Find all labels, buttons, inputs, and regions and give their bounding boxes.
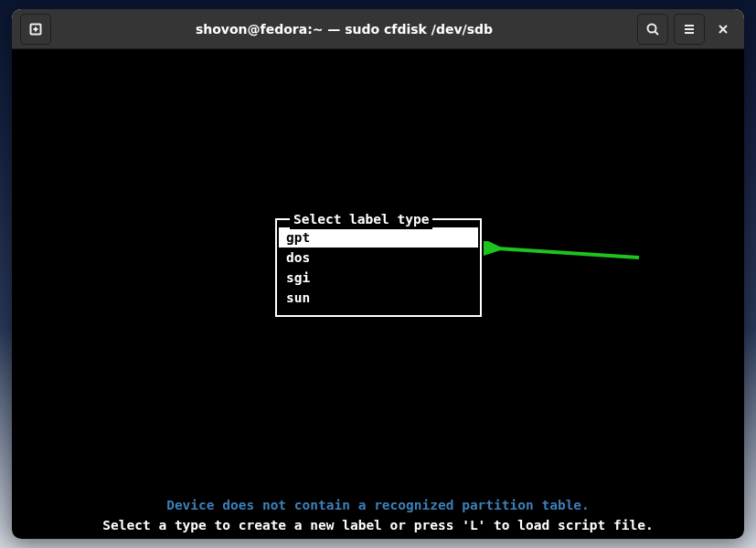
search-button[interactable] — [637, 14, 668, 45]
new-tab-button[interactable] — [20, 14, 51, 45]
terminal-window: shovon@fedora:~ — sudo cfdisk /dev/sdb S… — [12, 9, 744, 539]
svg-point-3 — [648, 24, 656, 32]
svg-line-11 — [497, 248, 639, 258]
titlebar: shovon@fedora:~ — sudo cfdisk /dev/sdb — [12, 9, 744, 49]
new-tab-icon — [28, 22, 43, 37]
dialog-title: Select label type — [290, 209, 432, 229]
label-type-dialog: Select label type gpt dos sgi sun — [275, 218, 482, 317]
close-icon — [716, 22, 730, 37]
status-message-hint: Select a type to create a new label or p… — [12, 515, 744, 535]
label-option-dos[interactable]: dos — [277, 248, 480, 268]
label-option-gpt[interactable]: gpt — [279, 227, 478, 248]
close-button[interactable] — [708, 14, 739, 45]
status-message-warning: Device does not contain a recognized par… — [12, 495, 744, 515]
svg-line-4 — [655, 31, 659, 35]
menu-button[interactable] — [674, 14, 705, 45]
search-icon — [645, 22, 660, 37]
label-option-sgi[interactable]: sgi — [277, 268, 480, 288]
label-option-sun[interactable]: sun — [277, 288, 480, 308]
dialog-item-list: gpt dos sgi sun — [277, 227, 480, 308]
arrow-annotation-icon — [484, 241, 648, 269]
terminal-content[interactable]: Select label type gpt dos sgi sun Device… — [12, 49, 744, 539]
window-title: shovon@fedora:~ — sudo cfdisk /dev/sdb — [54, 22, 634, 37]
hamburger-icon — [682, 22, 697, 37]
